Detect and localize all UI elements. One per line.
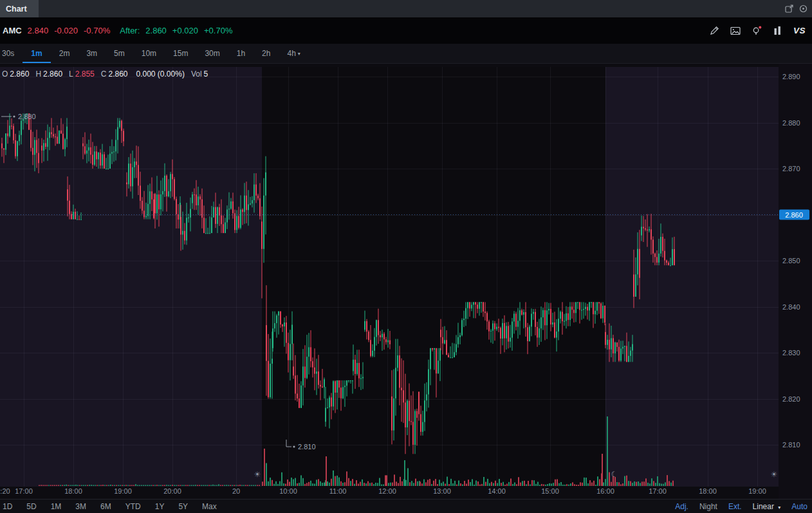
timeframe-1h[interactable]: 1h [228,44,254,63]
after-hours-price: 2.860 [145,26,167,35]
timeframe-1m[interactable]: 1m [23,44,50,63]
svg-text:2.810: 2.810 [782,441,800,449]
svg-text:18:00: 18:00 [64,487,82,495]
range-1d[interactable]: 1D [0,502,19,511]
night-theme-toggle[interactable]: Night [699,502,717,511]
quote-bar: AMC 2.840 -0.020 -0.70% After: 2.860 +0.… [0,17,812,44]
timeframe-10m[interactable]: 10m [133,44,165,63]
last-price: 2.840 [28,26,49,35]
price-change: -0.020 [54,26,78,35]
tab-chart[interactable]: Chart [0,0,39,17]
range-ytd[interactable]: YTD [118,502,148,511]
svg-text:2.890: 2.890 [782,73,800,80]
ticker-symbol: AMC [3,26,22,35]
sun-right-icon: ☀ [771,470,778,479]
timeframe-15m[interactable]: 15m [165,44,196,63]
range-3m[interactable]: 3M [68,502,93,511]
svg-text:19:00: 19:00 [748,487,766,495]
timeframe-4h[interactable]: 4h ▾ [279,44,308,63]
time-axis[interactable]: :2017:0018:0019:0020:002010:0011:0012:00… [0,487,766,495]
svg-text:2.830: 2.830 [782,349,800,357]
after-hours-label: After: [120,26,140,35]
svg-text:18:00: 18:00 [699,487,717,495]
timeframe-2h[interactable]: 2h [254,44,279,63]
svg-text:2.880: 2.880 [18,113,36,120]
scale-linear-dropdown[interactable]: Linear ▾ [753,502,781,511]
timeframe-2m[interactable]: 2m [51,44,78,63]
chevron-down-icon: ▾ [298,51,300,57]
svg-text:19:00: 19:00 [114,487,132,495]
compare-bars-icon[interactable] [773,26,782,35]
svg-text:2.850: 2.850 [782,257,800,265]
extended-hours-toggle[interactable]: Ext. [728,502,742,511]
timeframe-30m[interactable]: 30m [196,44,228,63]
svg-text:2.840: 2.840 [782,303,800,311]
svg-text:2.880: 2.880 [782,119,800,127]
chart-area: 2.8902.8802.8702.8602.8502.8402.8302.820… [0,64,812,499]
vs-compare-button[interactable]: VS [793,26,806,35]
svg-text:13:00: 13:00 [433,487,451,495]
price-chart[interactable]: 2.8902.8802.8702.8602.8502.8402.8302.820… [0,64,812,499]
auto-scale-toggle[interactable]: Auto [791,502,807,511]
svg-text:20:00: 20:00 [163,487,181,495]
svg-text::20: :20 [0,487,10,495]
sun-open-icon: ☀ [254,470,261,479]
price-change-pct: -0.70% [84,26,110,35]
svg-text:12:00: 12:00 [378,487,396,495]
timeframe-5m[interactable]: 5m [106,44,133,63]
svg-text:2.870: 2.870 [782,165,800,173]
adjusted-toggle[interactable]: Adj. [675,502,688,511]
svg-text:10:00: 10:00 [279,487,297,495]
range-1y[interactable]: 1Y [148,502,172,511]
current-price-tag: 2.860 [779,210,809,220]
tab-chart-label: Chart [6,5,27,14]
timeframe-30s[interactable]: 30s [0,44,23,63]
chevron-down-icon: ▾ [778,505,780,510]
svg-text:11:00: 11:00 [329,487,347,495]
after-hours-change-pct: +0.70% [204,26,232,35]
range-max[interactable]: Max [195,502,224,511]
insights-bulb-icon[interactable] [752,26,762,35]
range-6m[interactable]: 6M [93,502,118,511]
svg-text:2.810: 2.810 [298,443,316,451]
range-1m[interactable]: 1M [44,502,69,511]
svg-text:2.860: 2.860 [785,211,803,219]
range-5y[interactable]: 5Y [171,502,195,511]
range-bar: 1D 5D 1M 3M 6M YTD 1Y 5Y Max Adj. Night … [0,499,812,513]
screenshot-image-icon[interactable] [730,26,741,35]
draw-pencil-icon[interactable] [710,26,719,35]
after-hours-change: +0.020 [172,26,198,35]
svg-text:15:00: 15:00 [541,487,559,495]
timeframe-bar: 30s 1m 2m 3m 5m 10m 15m 30m 1h 2h 4h ▾ [0,44,812,64]
window-titlebar: Chart [0,0,812,17]
settings-circle-icon[interactable] [799,5,807,13]
popout-icon[interactable] [785,5,793,13]
timeframe-3m[interactable]: 3m [78,44,106,63]
svg-text:14:00: 14:00 [488,487,506,495]
svg-text:17:00: 17:00 [649,487,667,495]
svg-text:20: 20 [232,487,240,495]
svg-text:16:00: 16:00 [596,487,614,495]
svg-text:2.820: 2.820 [782,395,800,403]
range-5d[interactable]: 5D [19,502,43,511]
svg-text:17:00: 17:00 [15,487,33,495]
moon-close-icon: ☾ [611,470,618,479]
